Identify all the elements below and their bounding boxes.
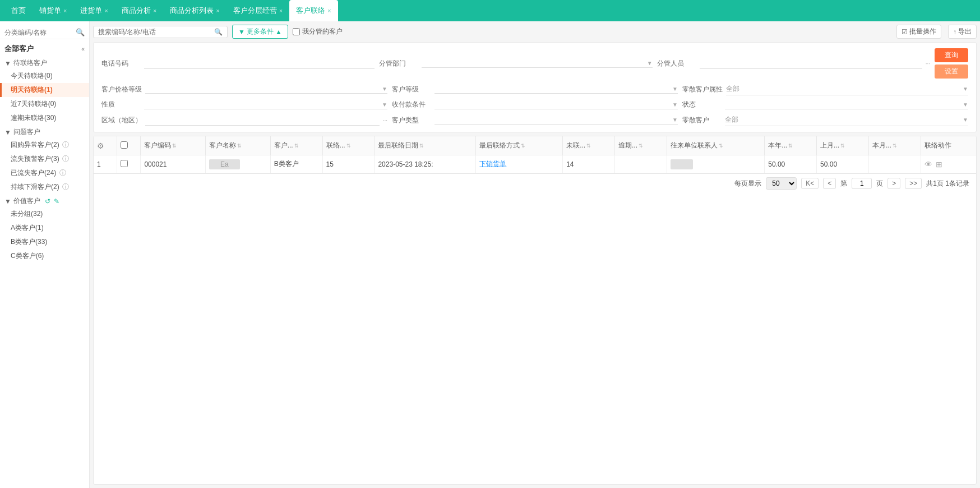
person-input[interactable] (700, 58, 922, 69)
first-page-btn[interactable]: K< (801, 178, 819, 189)
action-icons: 👁 ⊞ (924, 160, 973, 169)
sort-icon-2: ⇅ (237, 143, 242, 149)
customer-value-select[interactable]: ▼ (145, 85, 387, 94)
nav-purchase-order[interactable]: 进货单 × (73, 0, 114, 21)
sidebar-search-input[interactable] (4, 29, 76, 36)
customer-level-select[interactable]: ▼ (434, 85, 678, 94)
filter-payment: 收付款条件 ▼ (392, 100, 678, 109)
close-product-analysis-list-icon[interactable]: × (216, 7, 219, 14)
filter-more-btn[interactable]: ▼ 更多条件 ▲ (232, 25, 288, 39)
sidebar-item-7days-contact[interactable]: 近7天待联络(0) (0, 97, 89, 111)
sidebar-item-overdue-contact[interactable]: 逾期未联络(30) (0, 111, 89, 125)
td-customer-code: 000021 (141, 155, 206, 173)
last-contact-method-link[interactable]: 下销货单 (479, 160, 506, 168)
sidebar-item-class-a[interactable]: A类客户(1) (0, 221, 89, 235)
filter-panel: 电话号码 分管部门 ▼ 分管人员 ··· 查询 设置 (93, 42, 977, 132)
dept-select[interactable]: ▼ (422, 59, 652, 68)
refresh-icon[interactable]: ↺ (45, 197, 50, 205)
th-unit-contact: 往来单位联系人 ⇅ (667, 136, 764, 155)
edit-icon[interactable]: ✎ (54, 197, 59, 205)
set-button[interactable]: 设置 (935, 65, 968, 79)
my-customers-checkbox-label[interactable]: 我分管的客户 (293, 27, 343, 36)
region-input[interactable] (145, 115, 380, 126)
customer-type-select[interactable]: ▼ (434, 116, 678, 125)
table-row: 1 000021 Ea B类客户 15 2023-05-23 18:25: 下销… (94, 155, 976, 173)
nav-sales-order[interactable]: 销货单 × (33, 0, 73, 21)
info-icon-4: ⓘ (62, 183, 69, 191)
td-this-month (868, 155, 921, 173)
eye-icon[interactable]: 👁 (924, 160, 932, 169)
retail-customer-select[interactable]: 全部 ▼ (725, 114, 968, 126)
sidebar-item-today-contact[interactable]: 今天待联络(0) (0, 69, 89, 83)
prev-page-btn[interactable]: < (823, 178, 836, 189)
filter-customer-value: 客户价格等级 ▼ (101, 85, 387, 94)
group-value-customers: ▼ 价值客户 ↺ ✎ (0, 194, 89, 207)
filter-gender: 性质 ▼ (101, 100, 387, 109)
phone-input[interactable] (144, 58, 375, 69)
search-icon-main: 🔍 (214, 28, 223, 36)
query-button[interactable]: 查询 (935, 48, 968, 62)
chevron-down-icon-9: ▼ (963, 117, 968, 123)
close-customer-contact-icon[interactable]: × (327, 7, 331, 14)
info-icon-3: ⓘ (59, 169, 66, 177)
per-page-select[interactable]: 50 100 200 (766, 177, 797, 190)
th-customer-code: 客户编码 ⇅ (141, 136, 206, 155)
next-page-btn[interactable]: > (887, 178, 900, 189)
sidebar-item-declining[interactable]: 持续下滑客户(2) ⓘ (0, 180, 89, 194)
th-customer-type: 客户... ⇅ (270, 136, 322, 155)
chevron-down-icon-6: ▼ (672, 102, 678, 108)
sidebar-item-abnormal-repurchase[interactable]: 回购异常客户(2) ⓘ (0, 138, 89, 152)
td-actions: 👁 ⊞ (921, 155, 976, 173)
table-container: ⚙ 客户编码 ⇅ 客户名称 (93, 136, 977, 485)
th-uncontacted: 未联... ⇅ (563, 136, 615, 155)
sort-icon-10: ⇅ (788, 143, 793, 149)
close-product-analysis-icon[interactable]: × (153, 7, 156, 14)
nav-customer-contact[interactable]: 客户联络 × (289, 0, 338, 21)
export-btn[interactable]: ↑ 导出 (948, 25, 977, 39)
nav-product-analysis-list[interactable]: 商品分析列表 × (163, 0, 226, 21)
my-customers-checkbox[interactable] (293, 28, 300, 35)
sidebar-item-class-c[interactable]: C类客户(6) (0, 249, 89, 263)
filter-customer-level: 客户等级 ▼ (392, 85, 678, 94)
sidebar-item-tomorrow-contact[interactable]: 明天待联络(1) (0, 83, 89, 97)
close-purchase-order-icon[interactable]: × (104, 7, 108, 14)
th-this-month: 本月... ⇅ (868, 136, 921, 155)
last-page-btn[interactable]: >> (905, 178, 922, 189)
sidebar-item-churn-warning[interactable]: 流失预警客户(3) ⓘ (0, 152, 89, 166)
region-more-icon[interactable]: ··· (383, 117, 387, 123)
group-problem-customers: ▼ 问题客户 (0, 125, 89, 138)
more-icon[interactable]: ··· (926, 61, 930, 67)
nav-home[interactable]: 首页 (4, 0, 33, 21)
status-label: 状态 (682, 100, 722, 109)
retail-attr-select[interactable]: 全部 ▼ (726, 83, 968, 95)
td-uncontacted: 14 (563, 155, 615, 173)
search-input[interactable] (98, 28, 214, 36)
settings-icon[interactable]: ⚙ (97, 141, 104, 150)
info-icon: ⓘ (62, 141, 69, 149)
close-customer-tier-icon[interactable]: × (279, 7, 283, 14)
page-input[interactable] (852, 178, 872, 189)
select-all-checkbox[interactable] (121, 141, 128, 149)
grid-icon[interactable]: ⊞ (936, 160, 942, 169)
td-checkbox (117, 155, 141, 173)
export-icon: ↑ (953, 28, 956, 36)
payment-select[interactable]: ▼ (434, 100, 678, 109)
sidebar-item-class-b[interactable]: B类客户(33) (0, 235, 89, 249)
chevron-down-icon: ▼ (647, 60, 653, 66)
sort-icon-6: ⇅ (521, 143, 525, 149)
sidebar-item-ungrouped[interactable]: 未分组(32) (0, 207, 89, 221)
td-unit-contact (667, 155, 764, 173)
th-overdue: 逾期... ⇅ (615, 136, 667, 155)
nav-product-analysis[interactable]: 商品分析 × (115, 0, 163, 21)
th-customer-name: 客户名称 ⇅ (206, 136, 271, 155)
sidebar-item-churned[interactable]: 已流失客户(24) ⓘ (0, 166, 89, 180)
sort-icon-7: ⇅ (586, 143, 591, 149)
nav-customer-tier[interactable]: 客户分层经营 × (226, 0, 289, 21)
customer-level-label: 客户等级 (392, 85, 431, 94)
all-customers-section[interactable]: 全部客户 « (0, 42, 89, 56)
gender-select[interactable]: ▼ (144, 100, 387, 109)
status-select[interactable]: ▼ (725, 100, 968, 109)
row-checkbox[interactable] (121, 160, 128, 167)
close-sales-order-icon[interactable]: × (63, 7, 67, 14)
batch-operation-btn[interactable]: ☑ 批量操作 (896, 25, 941, 39)
